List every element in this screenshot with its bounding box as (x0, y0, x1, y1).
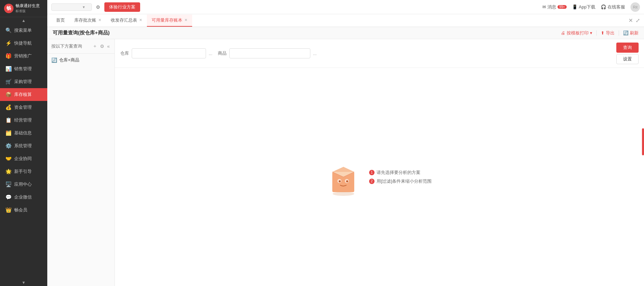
tab-available-ledger-close[interactable]: ✕ (184, 18, 187, 22)
sidebar-item-base[interactable]: 🗂️ 基础信息 (0, 127, 47, 139)
sidebar-item-label: 资金管理 (14, 104, 32, 110)
tab-batch-account-close[interactable]: ✕ (98, 18, 101, 22)
empty-state-image (327, 160, 361, 194)
manage-scheme-button[interactable]: ⚙ (99, 43, 105, 50)
clipboard-icon: 📋 (5, 117, 11, 123)
message-button[interactable]: ✉ 消息 99+ (542, 4, 567, 10)
collapse-panel-button[interactable]: « (106, 43, 110, 50)
tab-collect-account-close[interactable]: ✕ (139, 18, 142, 22)
main-content: 仓库 ... 商品 ... 查询 设置 (115, 39, 644, 286)
empty-step-1: 1 请先选择要分析的方案 (369, 168, 432, 177)
empty-box-svg (327, 160, 364, 197)
print-button[interactable]: 🖨 按模板打印 ▾ (561, 30, 592, 36)
settings-button[interactable]: 设置 (616, 54, 639, 64)
header-gear-button[interactable]: ⚙ (95, 4, 102, 10)
main-area: ▾ ⚙ 体验行业方案 ✉ 消息 99+ 📱 App下载 🎧 在线客服 Rit (47, 0, 644, 286)
sidebar-logo: 畅 畅康通好生意 标准版 (0, 0, 47, 17)
sidebar-item-search[interactable]: 🔍 搜索菜单 (0, 24, 47, 37)
message-badge: 99+ (558, 5, 567, 9)
query-button[interactable]: 查询 (616, 43, 639, 53)
sidebar-scroll-down[interactable]: ▼ (0, 279, 47, 286)
header-dropdown-btn[interactable]: ▾ (83, 5, 85, 9)
app-name: 畅康通好生意 (16, 3, 40, 9)
header-search-input[interactable] (54, 5, 81, 9)
tab-batch-account-label: 库存批次账 (74, 17, 96, 23)
product-input[interactable] (229, 48, 310, 58)
tab-collect-account[interactable]: 收发存汇总表 ✕ (106, 15, 147, 27)
export-label: 导出 (606, 30, 615, 36)
page-title: 可用量查询(按仓库+商品) (53, 30, 110, 36)
tab-available-ledger[interactable]: 可用量库存账本 ✕ (147, 15, 192, 27)
query-buttons: 查询 设置 (616, 43, 639, 64)
online-support-button[interactable]: 🎧 在线客服 (601, 4, 625, 10)
sidebar-item-label: 新手引导 (14, 168, 32, 175)
sidebar-item-sales[interactable]: 📊 销售管理 (0, 62, 47, 75)
sidebar-item-label: 经营管理 (14, 117, 32, 123)
print-label: 按模板打印 (567, 30, 589, 36)
app-edition: 标准版 (16, 9, 40, 14)
expand-button[interactable]: ⤢ (636, 17, 640, 24)
filter-panel-title: 按以下方案查询 (51, 43, 82, 49)
refresh-button[interactable]: 🔄 刷新 (623, 30, 639, 36)
add-scheme-button[interactable]: ＋ (92, 43, 98, 50)
sidebar-item-label: 库存核算 (14, 92, 32, 98)
gift-icon: 🎁 (5, 53, 11, 59)
warehouse-label: 仓库 (120, 50, 129, 56)
step-1-text: 请先选择要分析的方案 (377, 168, 420, 177)
sidebar-item-system[interactable]: ⚙️ 系统管理 (0, 139, 47, 152)
app-download-label: App下载 (579, 4, 595, 10)
app-logo-icon: 畅 (4, 4, 14, 13)
warehouse-more-button[interactable]: ... (209, 51, 212, 56)
svg-point-5 (333, 192, 354, 196)
step-2-num: 2 (369, 179, 375, 184)
tab-home[interactable]: 首页 (51, 15, 70, 27)
sidebar-scroll-up[interactable]: ▲ (0, 17, 47, 24)
right-scrollbar[interactable] (642, 128, 644, 155)
sidebar-item-label: 畅会员 (14, 207, 27, 213)
sidebar-item-guide[interactable]: 🌟 新手引导 (0, 165, 47, 178)
handshake-icon: 🤝 (5, 156, 11, 162)
sidebar-item-label: 搜索菜单 (14, 27, 32, 33)
sidebar-item-marketing[interactable]: 🎁 营销推广 (0, 50, 47, 62)
app-download-button[interactable]: 📱 App下载 (572, 4, 595, 10)
tab-batch-account[interactable]: 库存批次账 ✕ (70, 15, 106, 27)
sidebar-item-wecom[interactable]: 💬 企业微信 (0, 191, 47, 204)
refresh-label: 刷新 (630, 30, 639, 36)
monitor-icon: 🖥️ (5, 181, 11, 187)
sidebar-item-label: 应用中心 (14, 181, 32, 187)
product-more-button[interactable]: ... (313, 51, 317, 56)
wechat-icon: 💬 (5, 194, 11, 200)
printer-icon: 🖨 (561, 30, 565, 35)
sidebar-item-shortcut[interactable]: ⚡ 快捷导航 (0, 37, 47, 50)
avatar[interactable]: Rit (630, 2, 640, 12)
separator-1 (596, 30, 597, 36)
header-search-box[interactable]: ▾ (51, 3, 92, 11)
sidebar-item-purchase[interactable]: 🛒 采购管理 (0, 75, 47, 88)
tab-bar: 首页 库存批次账 ✕ 收发存汇总表 ✕ 可用量库存账本 ✕ ✕ ⤢ (47, 14, 644, 27)
product-field: 商品 ... (218, 48, 317, 58)
message-label: 消息 (547, 4, 556, 10)
close-all-tabs-button[interactable]: ✕ (628, 17, 633, 24)
export-button[interactable]: ⬆ 导出 (601, 30, 615, 36)
warehouse-input[interactable] (132, 48, 206, 58)
sidebar-item-enterprise[interactable]: 🤝 企业协同 (0, 152, 47, 165)
tab-collect-account-label: 收发存汇总表 (111, 17, 137, 23)
content-area: 按以下方案查询 ＋ ⚙ « 🔄 仓库+商品 仓库 ... (47, 39, 644, 286)
box-icon: 📦 (5, 92, 11, 98)
sidebar-item-inventory[interactable]: 📦 库存核算 (0, 88, 47, 101)
warehouse-field: 仓库 ... (120, 48, 212, 58)
shortcut-icon: ⚡ (5, 40, 11, 46)
trial-button[interactable]: 体验行业方案 (104, 2, 140, 12)
sidebar-item-label: 企业协同 (14, 156, 32, 162)
search-icon: 🔍 (5, 27, 11, 33)
filter-item-warehouse-product[interactable]: 🔄 仓库+商品 (47, 54, 114, 67)
sidebar-item-label: 快捷导航 (14, 40, 32, 46)
sidebar-item-vip[interactable]: 👑 畅会员 (0, 204, 47, 216)
tab-available-ledger-label: 可用量库存账本 (152, 17, 182, 23)
filter-item-label: 仓库+商品 (59, 57, 79, 63)
sidebar-item-finance[interactable]: 💰 资金管理 (0, 101, 47, 114)
folder-icon: 🗂️ (5, 130, 11, 136)
print-dropdown-icon: ▾ (590, 30, 592, 35)
sidebar-item-ops[interactable]: 📋 经营管理 (0, 114, 47, 127)
sidebar-item-appcenter[interactable]: 🖥️ 应用中心 (0, 178, 47, 191)
